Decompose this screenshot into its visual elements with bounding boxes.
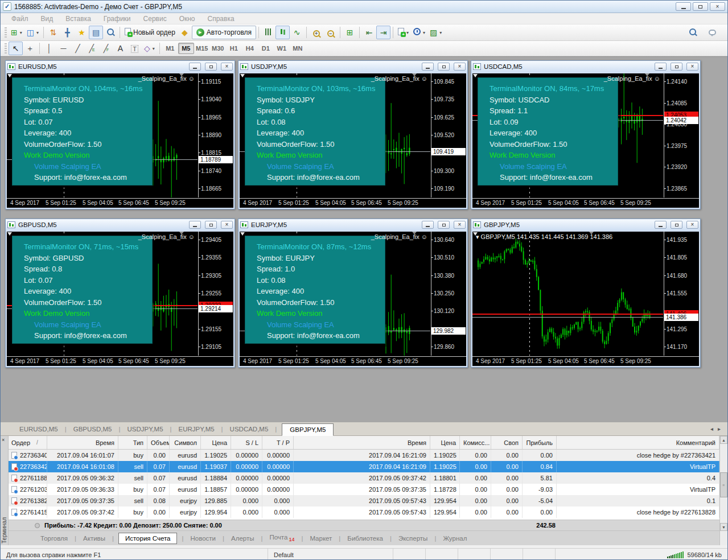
price-scale[interactable]: 109.845109.735109.625109.520109.300109.1… (431, 73, 466, 197)
timeframe-w1-button[interactable]: W1 (274, 43, 290, 54)
column-header-profit[interactable]: Прибыль (523, 436, 557, 449)
scrollbar-thumb[interactable]: ≡ (720, 472, 727, 497)
chart-close-button[interactable]: × (686, 63, 698, 71)
chart-plot-area[interactable]: _Scalping_Ea_fix☺TerminalMonitor ON, 104… (7, 73, 198, 197)
chart-plot-area[interactable]: _Scalping_Ea_fix☺TerminalMonitor ON, 84m… (472, 73, 663, 197)
chart-restore-button[interactable] (438, 221, 450, 229)
timeframe-m5-button[interactable]: M5 (178, 43, 194, 54)
scroll-left-icon[interactable]: ◂ (710, 426, 713, 432)
column-header-close-time[interactable]: Время (294, 436, 430, 449)
menu-charts[interactable]: Графики (97, 15, 137, 23)
order-row-227611883[interactable]: 2276118832017.09.05 09:36:32sell0.07euru… (9, 472, 719, 484)
menu-view[interactable]: Вид (35, 15, 60, 23)
price-scale[interactable]: 130.640130.510130.380130.250130.120129.8… (431, 232, 466, 356)
term-tab-journal[interactable]: Журнал (441, 534, 469, 543)
terminal-close-icon[interactable]: × (2, 438, 5, 443)
trendline-button[interactable]: ╱ (71, 42, 85, 55)
chart-tab-eurjpy[interactable]: EURJPY,M5 (177, 425, 216, 434)
chart-window-titlebar[interactable]: GBPJPY,M5× (471, 219, 700, 230)
zoom-in-button[interactable]: + (309, 26, 323, 39)
chart-window-titlebar[interactable]: GBPUSD,M5× (6, 219, 235, 230)
menu-tools[interactable]: Сервис (137, 15, 173, 23)
timeframe-m15-button[interactable]: M15 (194, 43, 210, 54)
toolbar-drag-handle[interactable] (5, 43, 7, 53)
chart-window-eurusd[interactable]: EURUSD,M5×_Scalping_Ea_fix☺TerminalMonit… (5, 60, 235, 209)
chat-button[interactable] (705, 26, 719, 39)
autotrade-button[interactable]: ▶Авто-торговля (192, 26, 256, 39)
time-scale[interactable]: 4 Sep 20175 Sep 01:255 Sep 04:055 Sep 06… (7, 356, 233, 366)
time-scale[interactable]: 4 Sep 20175 Sep 01:255 Sep 04:055 Sep 06… (472, 198, 699, 208)
auto-scroll-button[interactable]: ⇤ (362, 26, 376, 39)
vertical-line-button[interactable]: │ (42, 42, 56, 55)
cursor-button[interactable]: ↖ (9, 42, 23, 55)
window-titlebar[interactable]: ✓ 1568885: Activtrades-Demo - Демо Счет … (1, 1, 727, 13)
chart-window-gbpusd[interactable]: GBPUSD,M5×_Scalping_Ea_fix☺TerminalMonit… (5, 219, 235, 368)
time-scale[interactable]: 4 Sep 20175 Sep 01:255 Sep 04:055 Sep 06… (240, 356, 466, 366)
price-scale[interactable]: 1.191151.190401.189651.188901.188151.187… (198, 73, 233, 197)
menu-file[interactable]: Файл (5, 15, 35, 23)
chart-plot-area[interactable]: ▾ GBPJPY,M5 141.435 141.445 141.369 141.… (472, 232, 663, 356)
chart-window-titlebar[interactable]: USDJPY,M5× (238, 61, 467, 72)
chart-restore-button[interactable] (205, 63, 217, 71)
tile-windows-button[interactable]: ⊞ (343, 26, 357, 39)
timeframe-d1-button[interactable]: D1 (258, 43, 274, 54)
column-header-order[interactable]: Ордер/ (9, 436, 47, 449)
chart-tab-gbpusd[interactable]: GBPUSD,M5 (72, 425, 114, 434)
data-window-button[interactable]: ╋ (60, 26, 75, 39)
order-row-227363421[interactable]: 2273634212017.09.04 16:01:08sell0.07euru… (9, 461, 719, 472)
column-header-tp[interactable]: T / P (262, 436, 294, 449)
chart-window-gbpjpy[interactable]: GBPJPY,M5×▾ GBPJPY,M5 141.435 141.445 14… (471, 219, 701, 368)
chart-close-button[interactable]: × (454, 63, 466, 71)
term-tab-trade[interactable]: Торговля (38, 534, 70, 543)
window-close-button[interactable]: × (710, 2, 725, 11)
chart-candles-button[interactable] (275, 26, 290, 39)
chart-minimize-button[interactable] (655, 221, 667, 229)
chart-plot-area[interactable]: _Scalping_Ea_fix☺TerminalMonitor ON, 103… (240, 73, 430, 197)
chart-minimize-button[interactable] (655, 63, 667, 71)
table-scrollbar[interactable]: ▲ ≡ ▼ (719, 436, 727, 545)
timeframe-m1-button[interactable]: M1 (162, 43, 178, 54)
column-header-type[interactable]: Тип (118, 436, 147, 449)
time-scale[interactable]: 4 Sep 20175 Sep 01:255 Sep 04:055 Sep 06… (240, 198, 466, 208)
order-row-227613828[interactable]: 2276138282017.09.05 09:37:35sell0.08eurj… (9, 495, 719, 507)
chart-plot-area[interactable]: _Scalping_Ea_fix☺TerminalMonitor ON, 87m… (240, 232, 430, 356)
timeframe-mn-button[interactable]: MN (290, 43, 306, 54)
column-header-open-price[interactable]: Цена (201, 436, 231, 449)
time-scale[interactable]: 4 Sep 20175 Sep 01:255 Sep 04:055 Sep 06… (7, 198, 233, 208)
crosshair-button[interactable]: ＋ (23, 42, 37, 55)
column-header-volume[interactable]: Объем (147, 436, 170, 449)
time-scale[interactable]: 4 Sep 20175 Sep 01:255 Sep 04:055 Sep 06… (472, 356, 699, 366)
term-tab-alerts[interactable]: Алерты (229, 534, 256, 543)
status-profile[interactable]: Default (268, 549, 393, 560)
column-header-symbol[interactable]: Символ (170, 436, 201, 449)
menu-help[interactable]: Справка (201, 15, 241, 23)
chart-restore-button[interactable] (671, 221, 682, 229)
window-restore-button[interactable] (693, 2, 708, 11)
chart-minimize-button[interactable] (189, 63, 201, 71)
term-tab-news[interactable]: Новости (188, 534, 218, 543)
price-scale[interactable]: 1.294051.293551.293051.292551.291551.291… (198, 232, 233, 356)
equidistant-channel-button[interactable]: ╱E (85, 42, 99, 55)
chart-minimize-button[interactable] (189, 221, 201, 229)
order-row-227614151[interactable]: 2276141512017.09.05 09:37:42buy0.00eurjp… (9, 507, 719, 518)
chart-close-button[interactable]: × (686, 221, 698, 229)
chart-minimize-button[interactable] (422, 63, 434, 71)
term-tab-library[interactable]: Библиотека (345, 534, 385, 543)
chart-tab-gbpjpy[interactable]: GBPJPY,M5 (282, 423, 334, 436)
column-header-swap[interactable]: Своп (491, 436, 523, 449)
window-minimize-button[interactable] (676, 2, 691, 11)
terminal-button[interactable]: ▤ (89, 26, 103, 39)
scroll-up-icon[interactable]: ▲ (720, 436, 727, 444)
chart-restore-button[interactable] (438, 63, 450, 71)
chart-window-eurjpy[interactable]: EURJPY,M5×_Scalping_Ea_fix☺TerminalMonit… (238, 219, 468, 368)
arrows-button[interactable]: ◇▾ (142, 42, 157, 55)
chart-window-usdcad[interactable]: USDCAD,M5×_Scalping_Ea_fix☺TerminalMonit… (471, 60, 701, 209)
order-row-227612036[interactable]: 2276120362017.09.05 09:36:33buy0.07eurus… (9, 484, 719, 495)
templates-button[interactable]: ▨▾ (427, 26, 444, 39)
order-row-227363403[interactable]: 2273634032017.09.04 16:01:07buy0.00eurus… (9, 450, 719, 461)
chart-close-button[interactable]: × (454, 221, 466, 229)
column-header-open-time[interactable]: Время (47, 436, 118, 449)
new-order-button[interactable]: +Новый ордер (122, 26, 178, 39)
new-chart-button[interactable]: ⊞▾ (9, 26, 24, 39)
chart-line-button[interactable]: ∿ (290, 26, 304, 39)
